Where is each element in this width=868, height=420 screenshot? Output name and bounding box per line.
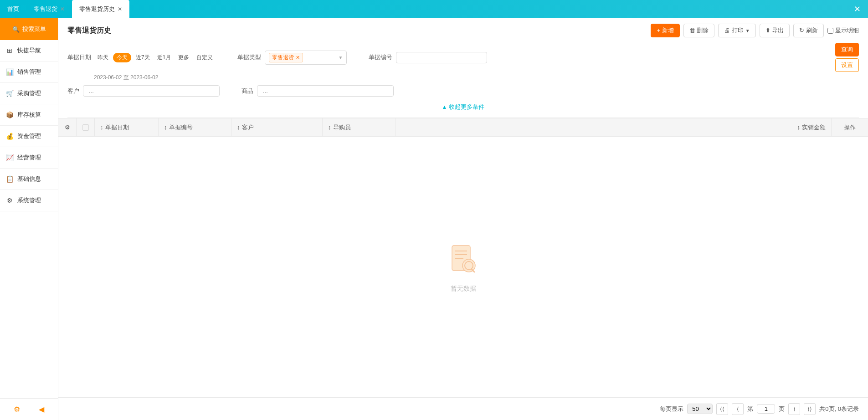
settings-button[interactable]: 设置 — [835, 58, 859, 72]
tab-home[interactable]: 首页 — [0, 0, 26, 18]
collapse-row: ▲ 收起更多条件 — [67, 101, 859, 113]
date-shortcuts: 昨天 今天 近7天 近1月 更多 自定义 — [95, 53, 216, 62]
tab-retail-return-history[interactable]: 零售退货历史 ✕ — [72, 0, 129, 18]
goods-select[interactable]: ... — [257, 85, 394, 97]
th-date-label: ↕ — [100, 124, 103, 131]
tab-list: 首页 零售退货 ✕ 零售退货历史 ✕ — [0, 0, 847, 18]
first-page-button[interactable]: ⟨⟨ — [716, 403, 728, 415]
collapse-icon: ▲ — [442, 104, 447, 110]
table-container: ⚙ ↕ 单据日期 ↕ 单据编号 ↕ 客户 ↕ — [58, 118, 868, 397]
th-no-sort: ↕ — [164, 124, 167, 131]
display-toggle-checkbox[interactable] — [827, 28, 833, 34]
action-buttons: 查询 设置 — [835, 43, 859, 72]
customer-select[interactable]: ... — [83, 85, 220, 97]
export-button[interactable]: ⬆ 导出 — [760, 24, 790, 37]
th-settings[interactable]: ⚙ — [58, 118, 77, 136]
voucher-no-label: 单据编号 — [369, 53, 392, 61]
tab-retail-return-history-close[interactable]: ✕ — [118, 6, 122, 12]
sidebar-item-sales-mgmt[interactable]: 📊 销售管理 — [0, 61, 58, 83]
settings-footer-icon[interactable]: ⚙ — [14, 405, 20, 414]
th-amount: ↕ 实销金额 — [395, 118, 832, 136]
customer-filter-group: 客户 ... — [67, 85, 220, 97]
page-size-select[interactable]: 50 10 20 100 — [687, 404, 713, 414]
th-check[interactable] — [77, 118, 95, 136]
delete-button[interactable]: 🗑 删除 — [683, 24, 715, 37]
sidebar-item-operation[interactable]: 📈 经营管理 — [0, 147, 58, 169]
goods-ellipsis: ... — [261, 87, 270, 94]
next-page-button[interactable]: ⟩ — [788, 403, 800, 415]
filter-row-1: 单据日期 昨天 今天 近7天 近1月 更多 自定义 单据类型 — [67, 43, 859, 72]
print-button[interactable]: 🖨 打印 ▼ — [718, 24, 756, 37]
empty-text: 暂无数据 — [451, 285, 476, 293]
voucher-type-select[interactable]: 零售退货 ✕ ▼ — [265, 51, 347, 65]
search-icon: 🔍 — [12, 26, 20, 33]
main-content: 零售退货历史 + 新增 🗑 删除 🖨 打印 ▼ ⬆ 导出 — [58, 18, 868, 420]
tab-retail-return-close[interactable]: ✕ — [60, 6, 65, 12]
select-all-checkbox[interactable] — [82, 124, 89, 131]
pagination: 每页显示 50 10 20 100 ⟨⟨ ⟨ 第 页 ⟩ ⟩⟩ 共0页, 0条记… — [58, 397, 868, 420]
purchase-icon: 🛒 — [5, 89, 14, 97]
sidebar-item-finance[interactable]: 💰 资金管理 — [0, 126, 58, 147]
collapse-sidebar-icon[interactable]: ◀ — [39, 405, 44, 414]
voucher-no-input[interactable] — [396, 52, 487, 63]
customer-label: 客户 — [67, 87, 79, 95]
sidebar-nav: ⊞ 快捷导航 📊 销售管理 🛒 采购管理 📦 库存核算 💰 资金管理 📈 — [0, 40, 58, 398]
sidebar-item-quick-nav-label: 快捷导航 — [17, 46, 41, 55]
add-button[interactable]: + 新增 — [651, 24, 679, 37]
filter-area: 单据日期 昨天 今天 近7天 近1月 更多 自定义 单据类型 — [67, 43, 859, 118]
prev-page-button[interactable]: ⟨ — [732, 403, 744, 415]
date-btn-yesterday[interactable]: 昨天 — [95, 53, 111, 62]
th-customer-sort: ↕ — [237, 124, 240, 131]
basic-info-icon: 📋 — [5, 175, 14, 183]
total-info: 共0页, 0条记录 — [819, 405, 859, 413]
tab-retail-return[interactable]: 零售退货 ✕ — [26, 0, 72, 18]
voucher-type-tag-close[interactable]: ✕ — [296, 55, 300, 61]
chevron-down-icon-2: ▼ — [338, 55, 343, 60]
sidebar-item-purchase-label: 采购管理 — [17, 89, 41, 97]
sidebar-item-basic-info-label: 基础信息 — [17, 175, 41, 183]
quick-nav-icon: ⊞ — [5, 46, 14, 55]
window-close-button[interactable]: ✕ — [847, 4, 868, 14]
sidebar-footer: ⚙ ◀ — [0, 398, 58, 420]
voucher-type-filter-group: 单据类型 零售退货 ✕ ▼ — [237, 51, 347, 65]
last-page-button[interactable]: ⟩⟩ — [804, 403, 816, 415]
display-toggle[interactable]: 显示明细 — [827, 26, 859, 35]
collapse-label: 收起更多条件 — [449, 103, 484, 111]
filter-row-2: 客户 ... 商品 ... — [67, 85, 859, 97]
date-btn-more[interactable]: 更多 — [175, 53, 192, 62]
voucher-type-label: 单据类型 — [237, 53, 261, 61]
page-title: 零售退货历史 — [67, 26, 111, 36]
date-btn-1month[interactable]: 近1月 — [154, 53, 174, 62]
date-range-display: 2023-06-02 至 2023-06-02 — [67, 74, 859, 82]
sidebar-search[interactable]: 🔍 搜索菜单 — [0, 18, 58, 40]
main-layout: 🔍 搜索菜单 ⊞ 快捷导航 📊 销售管理 🛒 采购管理 📦 库存核算 💰 — [0, 18, 868, 420]
refresh-button[interactable]: ↻ 刷新 — [793, 24, 824, 37]
sidebar-item-quick-nav[interactable]: ⊞ 快捷导航 — [0, 40, 58, 61]
sidebar-item-system-label: 系统管理 — [17, 196, 41, 205]
finance-icon: 💰 — [5, 132, 14, 140]
sidebar-item-finance-label: 资金管理 — [17, 132, 41, 140]
sidebar-item-purchase-mgmt[interactable]: 🛒 采购管理 — [0, 83, 58, 104]
inventory-icon: 📦 — [5, 111, 14, 119]
page-header: 零售退货历史 + 新增 🗑 删除 🖨 打印 ▼ ⬆ 导出 — [58, 18, 868, 118]
th-customer: ↕ 客户 — [231, 118, 323, 136]
date-btn-today[interactable]: 今天 — [113, 53, 131, 62]
sidebar-item-inventory[interactable]: 📦 库存核算 — [0, 104, 58, 126]
collapse-button[interactable]: ▲ 收起更多条件 — [437, 101, 490, 113]
date-btn-custom[interactable]: 自定义 — [194, 53, 216, 62]
page-input[interactable] — [757, 404, 775, 414]
sidebar-item-system-mgmt[interactable]: ⚙ 系统管理 — [0, 190, 58, 211]
sales-icon: 📊 — [5, 68, 14, 76]
query-button[interactable]: 查询 — [835, 43, 859, 56]
date-filter-label: 单据日期 — [67, 53, 91, 61]
goods-label: 商品 — [241, 87, 253, 95]
toolbar-buttons: + 新增 🗑 删除 🖨 打印 ▼ ⬆ 导出 ↻ 刷新 — [651, 24, 859, 37]
sidebar-search-label: 搜索菜单 — [22, 25, 46, 33]
customer-ellipsis: ... — [87, 87, 96, 94]
date-filter-group: 单据日期 昨天 今天 近7天 近1月 更多 自定义 — [67, 53, 216, 62]
date-btn-7days[interactable]: 近7天 — [133, 53, 153, 62]
sidebar-item-basic-info[interactable]: 📋 基础信息 — [0, 169, 58, 190]
table-header: ⚙ ↕ 单据日期 ↕ 单据编号 ↕ 客户 ↕ — [58, 118, 868, 137]
system-icon: ⚙ — [5, 196, 14, 205]
th-no: ↕ 单据编号 — [159, 118, 231, 136]
